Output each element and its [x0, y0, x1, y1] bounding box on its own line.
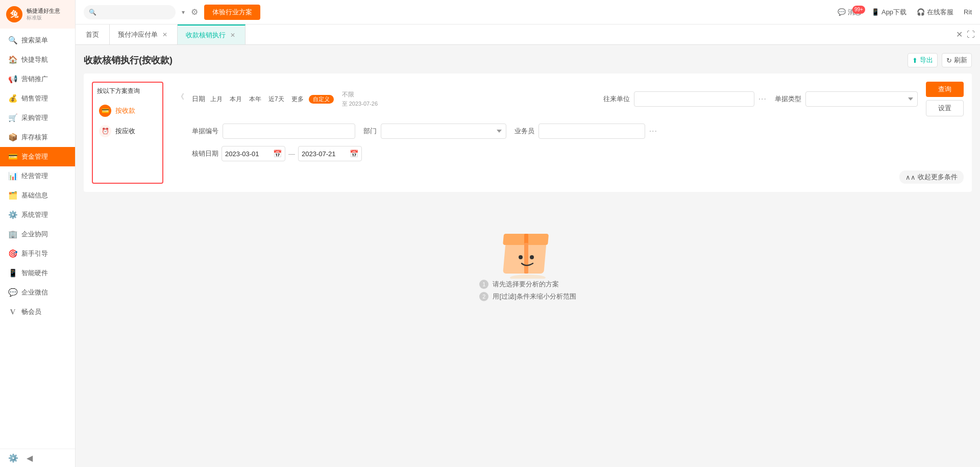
receivable-icon: ⏰: [99, 125, 111, 137]
empty-illustration: [497, 223, 558, 279]
sidebar-item-purchase[interactable]: 🛒 采购管理: [0, 108, 75, 128]
sales-input[interactable]: [538, 124, 645, 139]
filter-option-label: 按应收: [115, 127, 135, 136]
bill-type-group: 单据类型: [775, 91, 918, 107]
expand-tab-icon[interactable]: ⛶: [966, 29, 976, 40]
close-tab-icon[interactable]: ✕: [955, 29, 964, 40]
sidebar-item-search[interactable]: 🔍 搜索菜单: [0, 31, 75, 50]
sidebar-item-label: 智能硬件: [21, 268, 48, 278]
topbar-gear-icon[interactable]: ⚙: [191, 7, 198, 17]
app-logo: 兔 畅捷通好生意 标准版: [0, 0, 75, 29]
verify-date-start[interactable]: [225, 150, 271, 158]
operations-icon: 📊: [8, 171, 17, 181]
search-icon: 🔍: [89, 9, 96, 16]
counterpart-dots[interactable]: ···: [758, 94, 767, 104]
sidebar-item-wechat[interactable]: 💬 企业微信: [0, 283, 75, 302]
refresh-icon: ↻: [946, 57, 952, 64]
sales-dots[interactable]: ···: [649, 127, 657, 136]
bill-type-select[interactable]: [805, 91, 918, 107]
sidebar-item-basic[interactable]: 🗂️ 基础信息: [0, 186, 75, 205]
tabbar-actions: ✕ ⛶: [951, 24, 980, 44]
tip-text-1: 请先选择要分析的方案: [493, 280, 559, 289]
filter-scheme-sidebar: 按以下方案查询 💳 按收款 ⏰ 按应收: [92, 82, 163, 184]
guide-icon: 🎯: [8, 249, 17, 258]
filter-form: 日期 上月 本月 本年 近7天 更多 自定义 不限 至 2023-07-26: [192, 82, 964, 184]
purchase-icon: 🛒: [8, 113, 17, 122]
sidebar-item-operations[interactable]: 📊 经营管理: [0, 166, 75, 186]
inventory-icon: 📦: [8, 133, 17, 142]
collapse-chevron-icon: 《: [177, 92, 184, 102]
tab-home[interactable]: 首页: [76, 24, 110, 44]
calendar-start-icon[interactable]: 📅: [273, 150, 282, 158]
calendar-end-icon[interactable]: 📅: [350, 150, 358, 158]
topbar: 🔍 ▾ ⚙ 体验行业方案 💬 消息 99+ 📱 App下载 🎧 在线客服 Rit: [76, 0, 980, 24]
query-button[interactable]: 查询: [926, 82, 964, 97]
basic-icon: 🗂️: [8, 191, 17, 200]
tab-prepay[interactable]: 预付冲应付单 ✕: [110, 24, 178, 44]
date-btn-last-month[interactable]: 上月: [208, 94, 225, 105]
sidebar-item-label: 经营管理: [21, 171, 48, 181]
message-button[interactable]: 💬 消息 99+: [838, 8, 861, 17]
sidebar-item-guide[interactable]: 🎯 新手引导: [0, 244, 75, 263]
sidebar-item-member[interactable]: V 畅会员: [0, 302, 75, 322]
counterpart-input[interactable]: [634, 91, 754, 107]
dept-select[interactable]: [381, 124, 506, 139]
settings-button[interactable]: 设置: [926, 100, 964, 116]
date-no-limit: 不限: [342, 90, 378, 99]
online-service-button[interactable]: 🎧 在线客服: [917, 8, 953, 17]
svg-point-6: [510, 275, 546, 279]
date-btn-7days[interactable]: 近7天: [266, 94, 286, 105]
bill-no-input[interactable]: [223, 124, 355, 139]
service-label: 在线客服: [927, 8, 953, 17]
sidebar: 兔 畅捷通好生意 标准版 🔍 搜索菜单 🏠 快捷导航 📢 营销推广 💰 销售管理…: [0, 0, 76, 467]
collapse-more-button[interactable]: ∧∧ 收起更多条件: [899, 170, 964, 184]
export-button[interactable]: ⬆ 导出: [908, 53, 938, 67]
sidebar-item-system[interactable]: ⚙️ 系统管理: [0, 205, 75, 225]
dept-label: 部门: [363, 127, 377, 136]
tip-number-2: 2: [479, 292, 488, 301]
topbar-search[interactable]: 🔍: [84, 5, 176, 19]
app-icon: 📱: [871, 8, 879, 16]
home-icon: 🏠: [8, 55, 17, 64]
filter-row-1: 日期 上月 本月 本年 近7天 更多 自定义 不限 至 2023-07-26: [192, 82, 964, 116]
filter-collapse-btn[interactable]: 《: [176, 82, 186, 112]
verify-date-group: 核销日期 📅 — 📅: [192, 146, 362, 161]
app-download-button[interactable]: 📱 App下载: [871, 8, 906, 17]
filter-option-by-receivable[interactable]: ⏰ 按应收: [97, 121, 158, 141]
filter-option-by-receipt[interactable]: 💳 按收款: [97, 101, 158, 121]
topbar-chevron-icon[interactable]: ▾: [182, 9, 185, 16]
counterpart-label: 往来单位: [603, 94, 630, 104]
sidebar-item-inventory[interactable]: 📦 库存核算: [0, 128, 75, 147]
sidebar-item-quick-nav[interactable]: 🏠 快捷导航: [0, 50, 75, 69]
date-btn-this-year[interactable]: 本年: [247, 94, 263, 105]
verify-date-start-wrap[interactable]: 📅: [222, 146, 285, 161]
receipt-icon: 💳: [99, 105, 111, 117]
verify-date-end-wrap[interactable]: 📅: [298, 146, 362, 161]
date-btn-more[interactable]: 更多: [289, 94, 306, 105]
date-group: 日期 上月 本月 本年 近7天 更多 自定义: [192, 94, 334, 105]
sidebar-item-label: 基础信息: [21, 191, 48, 200]
sidebar-item-sales[interactable]: 💰 销售管理: [0, 89, 75, 108]
sidebar-item-enterprise[interactable]: 🏢 企业协同: [0, 225, 75, 244]
date-custom-badge[interactable]: 自定义: [309, 95, 334, 104]
system-icon: ⚙️: [8, 210, 17, 219]
sidebar-item-finance[interactable]: 💳 资金管理: [0, 147, 75, 166]
user-name[interactable]: Rit: [964, 8, 972, 16]
dept-group: 部门: [363, 124, 506, 139]
verify-date-end[interactable]: [302, 150, 348, 158]
refresh-button[interactable]: ↻ 刷新: [942, 53, 972, 67]
tab-verify[interactable]: 收款核销执行 ✕: [178, 24, 246, 44]
empty-tips: 1 请先选择要分析的方案 2 用[过滤]条件来缩小分析范围: [479, 280, 576, 301]
tab-close-prepay[interactable]: ✕: [161, 31, 169, 39]
date-btn-this-month[interactable]: 本月: [228, 94, 244, 105]
filter-row-2: 单据编号 部门 业务员 ···: [192, 124, 964, 139]
sidebar-item-marketing[interactable]: 📢 营销推广: [0, 69, 75, 89]
collapse-sidebar-icon[interactable]: ◀: [27, 453, 33, 463]
tip-text-2: 用[过滤]条件来缩小分析范围: [493, 292, 576, 301]
tab-close-verify[interactable]: ✕: [229, 31, 237, 39]
settings-bottom-icon[interactable]: ⚙️: [8, 453, 18, 463]
search-icon: 🔍: [8, 36, 17, 45]
solution-button[interactable]: 体验行业方案: [204, 5, 260, 20]
tabbar: 首页 预付冲应付单 ✕ 收款核销执行 ✕ ✕ ⛶: [76, 24, 980, 45]
sidebar-item-hardware[interactable]: 📱 智能硬件: [0, 263, 75, 283]
